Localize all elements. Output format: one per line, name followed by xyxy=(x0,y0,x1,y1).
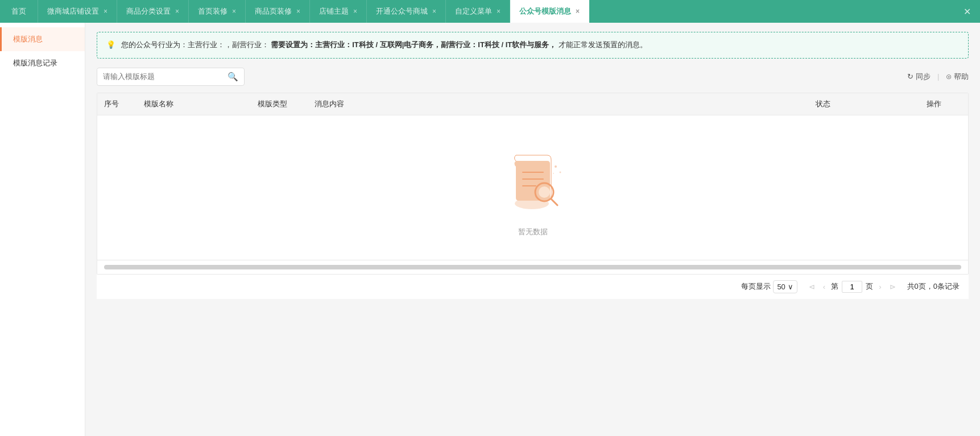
next-page-button[interactable]: › xyxy=(876,281,883,292)
tab-close-template-msg[interactable]: × xyxy=(576,7,580,15)
page-suffix-label: 页 xyxy=(866,281,873,292)
search-input[interactable] xyxy=(97,69,222,84)
page-size-wrap: 每页显示 50 ∨ xyxy=(741,280,797,293)
svg-point-8 xyxy=(559,171,561,173)
sidebar: 模版消息模版消息记录 xyxy=(0,23,85,436)
page-size-value: 50 xyxy=(777,283,785,291)
empty-state: 暂无数据 xyxy=(97,115,968,260)
th-name: 模版名称 xyxy=(137,93,251,115)
data-table: 序号模版名称模版类型消息内容状态操作 xyxy=(97,93,969,275)
tab-close-home-decor[interactable]: × xyxy=(232,7,236,15)
tab-bar: 首页微商城店铺设置 ×商品分类设置 ×首页装修 ×商品页装修 ×店铺主题 ×开通… xyxy=(0,0,980,23)
notice-box: 💡 您的公众号行业为：主营行业：，副营行业： 需要设置为：主营行业：IT科技 /… xyxy=(97,32,969,59)
search-icon[interactable]: 🔍 xyxy=(222,68,244,85)
th-status: 状态 xyxy=(809,93,900,115)
page-size-label: 每页显示 xyxy=(741,281,771,292)
page-total: 共0页，0条记录 xyxy=(907,281,960,292)
chevron-down-icon: ∨ xyxy=(788,283,793,291)
table-header: 序号模版名称模版类型消息内容状态操作 xyxy=(97,93,968,115)
svg-point-9 xyxy=(553,173,554,174)
search-bar: 🔍 ↻ 同步 | ⊙ 帮助 xyxy=(97,68,969,86)
tab-close-shop-theme[interactable]: × xyxy=(353,7,357,15)
last-page-button[interactable]: ⊳ xyxy=(887,281,898,292)
prev-page-button[interactable]: ‹ xyxy=(821,281,828,292)
sync-button[interactable]: ↻ 同步 xyxy=(907,72,931,82)
tab-close-custom-menu[interactable]: × xyxy=(497,7,501,15)
sync-label: 同步 xyxy=(916,72,931,81)
tab-close-open-mall[interactable]: × xyxy=(432,7,436,15)
tab-micro-shop[interactable]: 微商城店铺设置 × xyxy=(38,0,117,23)
first-page-button[interactable]: ⊲ xyxy=(807,281,817,292)
tab-home-decor[interactable]: 首页装修 × xyxy=(189,0,246,23)
help-icon: ⊙ xyxy=(946,72,952,81)
sidebar-item-template-record[interactable]: 模版消息记录 xyxy=(0,51,85,75)
help-button[interactable]: ⊙ 帮助 xyxy=(946,72,969,82)
tab-close-category[interactable]: × xyxy=(175,7,179,15)
sync-icon: ↻ xyxy=(907,72,913,81)
tab-shop-theme[interactable]: 店铺主题 × xyxy=(310,0,367,23)
notice-prefix: 您的公众号行业为：主营行业：，副营行业： xyxy=(121,40,269,49)
tab-template-msg[interactable]: 公众号模版消息 × xyxy=(510,0,589,23)
page-prefix-label: 第 xyxy=(831,281,838,292)
pagination: 每页显示 50 ∨ ⊲ ‹ 第 页 › ⊳ 共0页，0条记录 xyxy=(97,275,969,299)
page-number-input[interactable] xyxy=(842,281,862,293)
svg-point-5 xyxy=(539,186,550,198)
content-area: 💡 您的公众号行业为：主营行业：，副营行业： 需要设置为：主营行业：IT科技 /… xyxy=(85,23,980,436)
tab-home[interactable]: 首页 xyxy=(0,0,38,23)
page-size-select[interactable]: 50 ∨ xyxy=(773,280,797,293)
tab-product-decor[interactable]: 商品页装修 × xyxy=(246,0,310,23)
th-type: 模版类型 xyxy=(251,93,308,115)
scrollbar-area xyxy=(97,260,968,274)
tab-close-micro-shop[interactable]: × xyxy=(104,7,107,15)
notice-suffix: 才能正常发送预置的消息。 xyxy=(559,40,647,49)
notice-highlight: 需要设置为：主营行业：IT科技 / 互联网|电子商务，副营行业：IT科技 / I… xyxy=(271,40,556,49)
search-input-wrap: 🔍 xyxy=(97,68,245,86)
search-actions: ↻ 同步 | ⊙ 帮助 xyxy=(907,72,969,82)
sidebar-item-template[interactable]: 模版消息 xyxy=(0,27,85,51)
notice-icon: 💡 xyxy=(106,40,115,49)
empty-text: 暂无数据 xyxy=(518,227,548,237)
tab-custom-menu[interactable]: 自定义菜单 × xyxy=(446,0,510,23)
horizontal-scrollbar[interactable] xyxy=(104,265,961,269)
empty-icon xyxy=(499,150,567,218)
help-label: 帮助 xyxy=(954,72,969,81)
th-action: 操作 xyxy=(900,93,968,115)
divider: | xyxy=(937,72,939,81)
main-layout: 模版消息模版消息记录 💡 您的公众号行业为：主营行业：，副营行业： 需要设置为：… xyxy=(0,23,980,436)
page-nav: ⊲ ‹ 第 页 › ⊳ xyxy=(807,281,898,293)
tab-open-mall[interactable]: 开通公众号商城 × xyxy=(367,0,446,23)
svg-point-7 xyxy=(555,165,557,168)
tab-category[interactable]: 商品分类设置 × xyxy=(117,0,189,23)
tab-close-product-decor[interactable]: × xyxy=(296,7,300,15)
close-all-button[interactable]: ✕ xyxy=(954,6,980,17)
th-content: 消息内容 xyxy=(308,93,809,115)
svg-line-6 xyxy=(551,199,557,205)
th-seq: 序号 xyxy=(97,93,137,115)
